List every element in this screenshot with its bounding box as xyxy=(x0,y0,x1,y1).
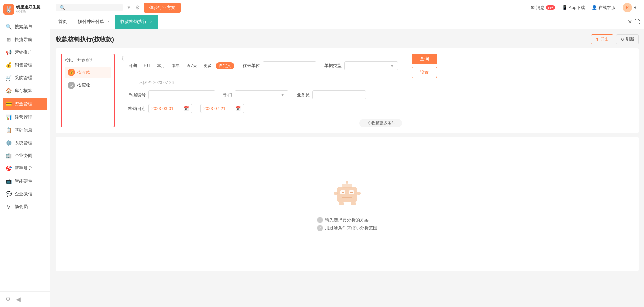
page-header: 收款核销执行(按收款) ⬆ 导出 ↻ 刷新 xyxy=(56,34,639,44)
export-icon: ⬆ xyxy=(595,37,599,42)
department-group: 部门 ▼ xyxy=(223,90,288,99)
user-area[interactable]: R Rit xyxy=(623,3,639,12)
quick-nav-icon: ⊞ xyxy=(5,37,12,43)
query-button[interactable]: 查询 xyxy=(412,54,437,64)
department-select[interactable]: ▼ xyxy=(235,90,288,99)
online-service-label: 在线客服 xyxy=(598,5,616,11)
tab-expand-button[interactable]: ⛶ xyxy=(635,19,640,25)
empty-tips: 1 请先选择要分析的方案 2 用过滤条件来缩小分析范围 xyxy=(317,217,377,231)
page-title: 收款核销执行(按收款) xyxy=(56,35,114,43)
marketing-icon: 📢 xyxy=(5,49,12,55)
date-label: 日期 xyxy=(128,63,137,69)
logo-icon: 🐰 xyxy=(3,4,14,15)
header-right: ✉ 消息 99+ 📱 App下载 👤 在线客服 R Rit xyxy=(531,3,639,12)
tab-receivable[interactable]: 收款核销执行 × xyxy=(115,15,158,29)
filter-query-title: 按以下方案查询 xyxy=(65,58,111,63)
date-separator: — xyxy=(194,106,198,111)
message-icon: ✉ xyxy=(531,5,535,10)
collapse-sidebar-icon[interactable]: ◀ xyxy=(16,296,21,303)
guide-icon: 🎯 xyxy=(5,165,12,171)
export-button[interactable]: ⬆ 导出 xyxy=(591,34,613,44)
empty-tip-2: 2 用过滤条件来缩小分析范围 xyxy=(317,225,377,231)
sidebar-item-purchase[interactable]: 🛒 采购管理 xyxy=(0,71,50,84)
collapse-more-button[interactable]: 《 收起更多条件 xyxy=(359,119,402,127)
document-type-select[interactable]: ▼ xyxy=(344,61,398,70)
sidebar-item-marketing[interactable]: 📢 营销推广 xyxy=(0,46,50,59)
sidebar-item-enterprise[interactable]: 🏢 企业协同 xyxy=(0,149,50,162)
counterparty-label: 往来单位 xyxy=(243,63,260,69)
settings-icon[interactable]: ⚙ xyxy=(5,296,11,303)
refresh-icon: ↻ xyxy=(621,37,624,42)
department-label: 部门 xyxy=(223,92,232,98)
inventory-icon: 🏠 xyxy=(5,88,12,94)
message-label: 消息 xyxy=(536,5,545,11)
dropdown-icon[interactable]: ▼ xyxy=(127,5,131,10)
sidebar-item-search[interactable]: 🔍 搜索菜单 xyxy=(0,20,50,33)
online-service-item[interactable]: 👤 在线客服 xyxy=(592,5,616,11)
verification-date-end[interactable]: 2023-07-21 📅 xyxy=(200,104,244,113)
sidebar-item-basic[interactable]: 📋 基础信息 xyxy=(0,124,50,137)
message-item[interactable]: ✉ 消息 99+ xyxy=(531,5,555,11)
sidebar-item-wechat[interactable]: 💬 企业微信 xyxy=(0,188,50,200)
svg-rect-0 xyxy=(337,187,357,202)
date-sublabel: 不限 至 2023-07-26 xyxy=(139,80,633,86)
service-icon: 👤 xyxy=(592,5,597,10)
header-left: 🔍 ▼ ⚙ 体验行业方案 xyxy=(56,3,181,13)
empty-robot-illustration xyxy=(330,177,364,210)
empty-state: 1 请先选择要分析的方案 2 用过滤条件来缩小分析范围 xyxy=(317,157,377,251)
logo-sub-text: 标准版 xyxy=(16,9,40,14)
sidebar-item-quick-nav[interactable]: ⊞ 快捷导航 xyxy=(0,33,50,46)
calendar-end-icon: 📅 xyxy=(235,106,241,111)
tab-receivable-close[interactable]: × xyxy=(150,19,152,24)
sidebar-item-system[interactable]: ⚙️ 系统管理 xyxy=(0,137,50,149)
sidebar-item-label-purchase: 采购管理 xyxy=(15,75,32,81)
solution-button[interactable]: 体验行业方案 xyxy=(144,3,181,13)
sidebar-item-operation[interactable]: 📊 经营管理 xyxy=(0,111,50,124)
sidebar-item-hardware[interactable]: 📺 智能硬件 xyxy=(0,175,50,188)
wechat-icon: 💬 xyxy=(5,191,12,197)
sidebar-item-inventory[interactable]: 🏠 库存核算 xyxy=(0,84,50,97)
sidebar-item-member[interactable]: V 畅会员 xyxy=(0,200,50,213)
date-custom[interactable]: 自定义 xyxy=(216,62,234,69)
tip-num-2: 2 xyxy=(317,225,323,231)
verification-date-start[interactable]: 2023-03-01 📅 xyxy=(148,104,192,113)
sidebar-item-label-member: 畅会员 xyxy=(15,204,28,210)
collapse-filter-left-button[interactable]: 《 xyxy=(119,55,124,62)
salesperson-select[interactable]: …… xyxy=(312,90,366,99)
salesperson-group: 业务员 …… xyxy=(297,90,366,99)
tab-close-all-button[interactable]: ✕ xyxy=(628,19,632,25)
date-more[interactable]: 更多 xyxy=(201,62,214,69)
sidebar-item-finance[interactable]: 💳 资金管理 xyxy=(3,98,47,110)
filter-by-receipt[interactable]: 💰 按收款 xyxy=(65,67,111,78)
date-shortcuts: 上月 本月 本年 近7天 更多 自定义 xyxy=(140,62,234,69)
setting-button[interactable]: 设置 xyxy=(412,67,437,78)
sidebar-item-label-quick-nav: 快捷导航 xyxy=(15,37,32,43)
gear-icon[interactable]: ⚙ xyxy=(135,4,140,11)
sidebar-item-label-system: 系统管理 xyxy=(15,140,32,146)
svg-rect-9 xyxy=(357,192,361,195)
header-search-area[interactable]: 🔍 xyxy=(56,4,123,11)
calendar-start-icon: 📅 xyxy=(183,106,189,111)
date-this-year[interactable]: 本年 xyxy=(169,62,182,69)
tab-prepay[interactable]: 预付冲应付单 × xyxy=(72,15,115,29)
date-last-7-days[interactable]: 近7天 xyxy=(184,62,200,69)
date-last-month[interactable]: 上月 xyxy=(140,62,153,69)
tab-home[interactable]: 首页 xyxy=(53,15,72,29)
app-download-item[interactable]: 📱 App下载 xyxy=(562,5,585,11)
refresh-button[interactable]: ↻ 刷新 xyxy=(616,34,639,44)
document-number-group: 单据编号 xyxy=(128,90,215,99)
sidebar-item-sales[interactable]: 💰 销售管理 xyxy=(0,59,50,71)
user-avatar: R xyxy=(623,3,632,12)
sidebar-item-guide[interactable]: 🎯 新手引导 xyxy=(0,162,50,175)
counterparty-group: 往来单位 …… xyxy=(243,61,316,70)
counterparty-select[interactable]: …… xyxy=(263,61,316,70)
filter-by-receivable[interactable]: ⏱ 按应收 xyxy=(65,80,111,91)
page-actions: ⬆ 导出 ↻ 刷新 xyxy=(591,34,639,44)
date-this-month[interactable]: 本月 xyxy=(154,62,168,69)
tab-prepay-close[interactable]: × xyxy=(107,19,110,24)
filter-fields: 日期 上月 本月 本年 近7天 更多 自定义 往来单位 … xyxy=(128,54,633,127)
message-badge: 99+ xyxy=(546,5,555,10)
sidebar-item-label-enterprise: 企业协同 xyxy=(15,153,32,159)
document-number-input[interactable] xyxy=(148,90,215,99)
dept-dropdown-arrow: ▼ xyxy=(280,92,285,97)
